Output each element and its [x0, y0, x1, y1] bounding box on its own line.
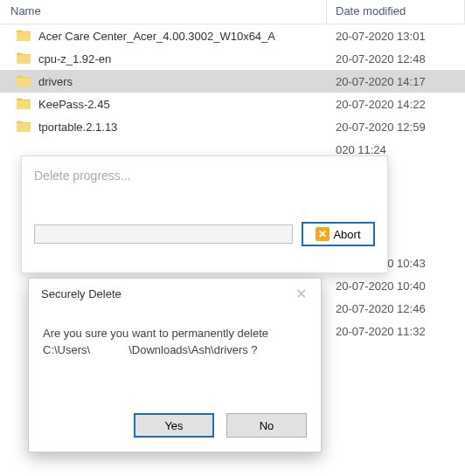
table-row[interactable]: Acer Care Center_Acer_4.00.3002_W10x64_A… [0, 24, 465, 47]
redacted-username [90, 345, 128, 356]
folder-icon [16, 121, 31, 133]
file-name: drivers [38, 75, 327, 88]
confirm-dialog-body: Are you sure you want to permanently del… [29, 308, 321, 359]
close-icon[interactable]: ✕ [288, 282, 314, 306]
table-row[interactable]: KeePass-2.4520-07-2020 14:22 [0, 93, 465, 115]
column-name-header[interactable]: Name [0, 0, 327, 24]
abort-icon: ✕ [316, 227, 330, 241]
confirm-message-path: C:\Users\\Downloads\Ash\drivers ? [43, 342, 307, 359]
file-date: 20-07-2020 12:48 [327, 52, 465, 66]
abort-button[interactable]: ✕ Abort [302, 222, 375, 246]
table-row[interactable]: tportable.2.1.1320-07-2020 12:59 [0, 115, 465, 138]
file-name: KeePass-2.45 [38, 98, 327, 111]
folder-icon [16, 143, 31, 155]
folder-icon [16, 75, 31, 87]
file-date: 20-07-2020 12:46 [327, 302, 465, 315]
file-date: 20-07-2020 11:32 [327, 325, 465, 338]
abort-label: Abort [333, 228, 360, 241]
column-date-header[interactable]: Date modified [327, 0, 465, 24]
path-suffix: \Downloads\Ash\drivers ? [128, 343, 257, 356]
confirm-delete-dialog: Securely Delete ✕ Are you sure you want … [28, 278, 322, 452]
no-button[interactable]: No [226, 413, 307, 438]
folder-icon [16, 52, 31, 65]
file-date: 20-07-2020 14:17 [327, 75, 465, 88]
yes-button[interactable]: Yes [134, 413, 214, 438]
file-date: 020 11:24 [327, 143, 465, 156]
file-date: 20-07-2020 14:22 [327, 98, 465, 111]
folder-icon [16, 98, 31, 110]
file-name: tportable.2.1.13 [38, 121, 327, 134]
file-date: 20-07-2020 13:01 [327, 30, 465, 43]
delete-progress-dialog: Delete progress... ✕ Abort [21, 155, 388, 273]
file-date: 20-07-2020 10:40 [327, 279, 465, 293]
delete-progress-title: Delete progress... [34, 169, 375, 183]
confirm-message-line1: Are you sure you want to permanently del… [43, 326, 307, 342]
table-row[interactable]: cpu-z_1.92-en20-07-2020 12:48 [0, 47, 465, 70]
folder-icon [16, 30, 31, 42]
path-prefix: C:\Users\ [43, 343, 90, 356]
confirm-dialog-title: Securely Delete [41, 287, 121, 300]
table-row[interactable]: drivers20-07-2020 14:17 [0, 70, 465, 93]
file-name: cpu-z_1.92-en [38, 52, 327, 66]
file-date: 20-07-2020 12:59 [327, 121, 465, 134]
column-header: Name Date modified [0, 0, 465, 24]
progress-bar [34, 224, 293, 244]
file-name: Acer Care Center_Acer_4.00.3002_W10x64_A [38, 30, 327, 43]
